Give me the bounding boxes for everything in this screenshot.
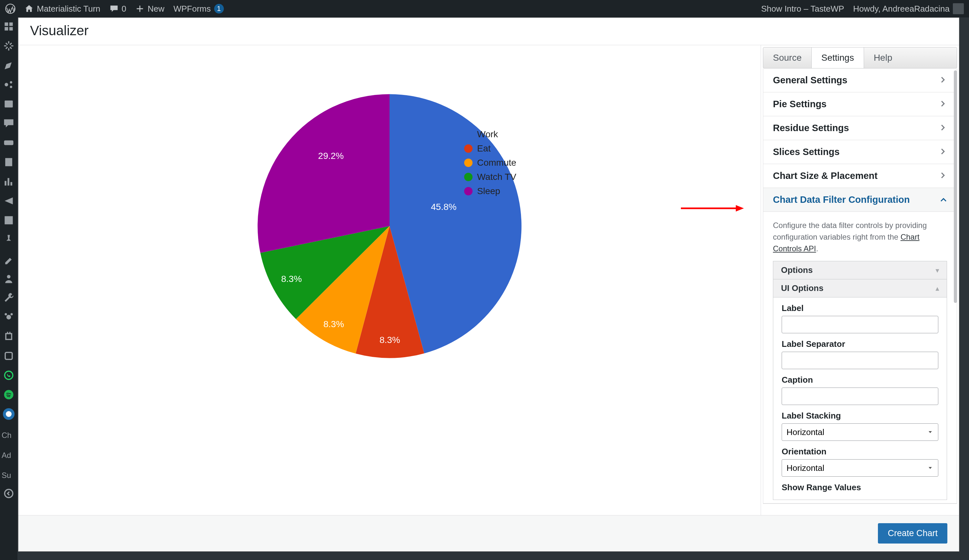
modal-header: Visualizer xyxy=(18,18,959,45)
chart-area: 45.8% 8.3% 8.3% 8.3% 29.2% Work Eat Comm… xyxy=(18,45,761,515)
nav-text-1[interactable]: Ch xyxy=(0,431,18,440)
svg-rect-7 xyxy=(5,216,13,224)
nav-generic-3[interactable] xyxy=(3,311,15,323)
nav-text-3[interactable]: Su xyxy=(0,471,18,480)
acc-residue-settings[interactable]: Residue Settings xyxy=(763,116,957,140)
plus-icon xyxy=(135,4,144,13)
svg-point-8 xyxy=(7,275,11,278)
legend-dot xyxy=(464,130,473,138)
visualizer-modal: Visualizer 45.8% 8.3% xyxy=(18,17,959,552)
svg-point-2 xyxy=(10,81,12,83)
legend-dot xyxy=(464,173,473,181)
nav-spotify[interactable] xyxy=(3,389,15,400)
nav-dashboard[interactable] xyxy=(3,21,15,32)
chevron-right-icon xyxy=(939,147,947,157)
ui-options-fields: Label Label Separator Caption xyxy=(773,297,947,500)
nav-users[interactable] xyxy=(3,273,15,284)
chevron-down-icon xyxy=(938,196,948,204)
tab-settings[interactable]: Settings xyxy=(812,48,864,68)
slice-label-work: 45.8% xyxy=(431,202,456,212)
chevron-right-icon xyxy=(939,100,947,109)
wpforms-badge: 1 xyxy=(214,4,224,13)
slice-label-commute: 8.3% xyxy=(323,319,344,329)
site-name: Materialistic Turn xyxy=(37,4,100,14)
show-range-label: Show Range Values xyxy=(782,482,938,492)
avatar xyxy=(953,3,964,14)
label-stacking-select[interactable]: Horizontal xyxy=(782,424,938,441)
nav-marketing[interactable] xyxy=(3,195,15,207)
show-intro-link[interactable]: Show Intro – TasteWP xyxy=(761,4,844,14)
legend-item[interactable]: Watch TV xyxy=(464,172,516,182)
annotation-arrow xyxy=(681,203,746,213)
settings-accordion: General Settings Pie Settings Residue Se… xyxy=(763,68,957,504)
label-separator-input[interactable] xyxy=(782,352,938,369)
nav-text-2[interactable]: Ad xyxy=(0,451,18,460)
subacc-ui-options[interactable]: UI Options ▴ xyxy=(773,279,947,297)
create-chart-button[interactable]: Create Chart xyxy=(878,523,947,543)
subacc-options[interactable]: Options ▾ xyxy=(773,261,947,279)
tab-help[interactable]: Help xyxy=(864,48,957,68)
page-title: Visualizer xyxy=(30,23,947,38)
nav-visualizer[interactable] xyxy=(3,408,15,420)
acc-pie-settings[interactable]: Pie Settings xyxy=(763,92,957,116)
slice-sleep[interactable] xyxy=(257,94,390,253)
tab-source[interactable]: Source xyxy=(763,48,812,68)
svg-rect-13 xyxy=(5,352,12,359)
nav-generic-4[interactable] xyxy=(3,350,15,362)
acc-slices-settings[interactable]: Slices Settings xyxy=(763,140,957,164)
acc-chart-data-filter[interactable]: Chart Data Filter Configuration xyxy=(763,188,957,212)
nav-woo[interactable] xyxy=(3,137,15,149)
slice-label-sleep: 29.2% xyxy=(318,151,344,161)
legend-item[interactable]: Commute xyxy=(464,158,516,168)
nav-appearance[interactable] xyxy=(3,253,15,265)
site-name-link[interactable]: Materialistic Turn xyxy=(25,4,100,14)
caret-up-icon: ▴ xyxy=(936,284,939,292)
nav-collapse[interactable] xyxy=(3,488,15,499)
comments-link[interactable]: 0 xyxy=(110,4,126,14)
scrollbar[interactable] xyxy=(954,70,957,515)
chevron-right-icon xyxy=(939,76,947,85)
nav-comments[interactable] xyxy=(3,118,15,129)
svg-point-9 xyxy=(7,315,11,319)
wp-logo[interactable] xyxy=(5,3,15,14)
wp-admin-bar: Materialistic Turn 0 New WPForms 1 Show … xyxy=(0,0,969,17)
nav-analytics[interactable] xyxy=(3,176,15,187)
svg-point-10 xyxy=(5,313,7,315)
svg-point-14 xyxy=(5,371,13,379)
howdy-link[interactable]: Howdy, AndreeaRadacina xyxy=(853,3,964,14)
label-input[interactable] xyxy=(782,316,938,333)
orientation-select[interactable]: Horizontal xyxy=(782,459,938,477)
chart-legend: Work Eat Commute Watch TV Sleep xyxy=(464,129,516,196)
nav-plugins[interactable] xyxy=(3,331,15,342)
nav-posts[interactable] xyxy=(3,60,15,71)
new-link[interactable]: New xyxy=(135,4,165,14)
svg-point-1 xyxy=(5,83,8,86)
svg-point-17 xyxy=(5,489,13,497)
nav-whatsapp[interactable] xyxy=(3,369,15,381)
nav-tools[interactable] xyxy=(3,292,15,304)
nav-pin[interactable] xyxy=(3,234,15,246)
legend-item[interactable]: Work xyxy=(464,129,516,140)
chevron-right-icon xyxy=(939,171,947,181)
settings-tabs: Source Settings Help xyxy=(763,47,957,68)
acc-filter-content: Configure the data filter controls by pr… xyxy=(763,212,957,504)
nav-media[interactable] xyxy=(3,98,15,110)
acc-general-settings[interactable]: General Settings xyxy=(763,68,957,92)
svg-rect-4 xyxy=(5,100,13,108)
nav-updates[interactable] xyxy=(3,40,15,52)
acc-chart-size[interactable]: Chart Size & Placement xyxy=(763,164,957,188)
legend-item[interactable]: Sleep xyxy=(464,186,516,196)
caption-input[interactable] xyxy=(782,387,938,405)
nav-generic-2[interactable] xyxy=(3,214,15,226)
comment-icon xyxy=(110,4,118,13)
chevron-right-icon xyxy=(939,123,947,133)
legend-item[interactable]: Eat xyxy=(464,143,516,154)
home-icon xyxy=(25,4,33,13)
nav-generic-1[interactable] xyxy=(3,79,15,90)
wpforms-link[interactable]: WPForms 1 xyxy=(173,4,224,14)
nav-pages[interactable] xyxy=(3,156,15,168)
wordpress-icon xyxy=(5,3,15,14)
scrollbar-thumb[interactable] xyxy=(954,70,957,303)
filter-help-text: Configure the data filter controls by pr… xyxy=(773,219,947,254)
legend-dot xyxy=(464,145,473,153)
